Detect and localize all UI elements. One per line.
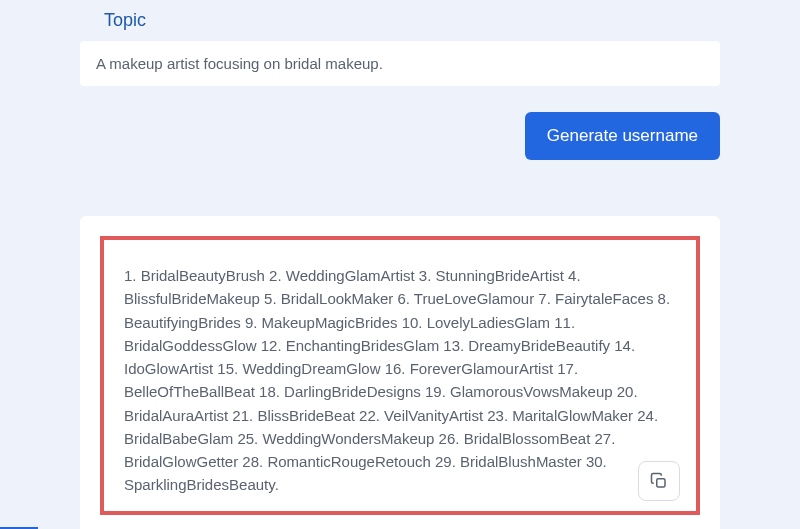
copy-button[interactable] [638,461,680,501]
button-row: Generate username [80,112,720,160]
generate-username-button[interactable]: Generate username [525,112,720,160]
copy-icon [650,472,668,490]
svg-rect-0 [657,478,665,486]
main-container: Topic Generate username 1. BridalBeautyB… [0,0,800,529]
topic-input[interactable] [80,41,720,86]
result-card: 1. BridalBeautyBrush 2. WeddingGlamArtis… [80,216,720,529]
result-box: 1. BridalBeautyBrush 2. WeddingGlamArtis… [100,236,700,515]
topic-label: Topic [104,10,720,31]
result-text: 1. BridalBeautyBrush 2. WeddingGlamArtis… [124,264,676,497]
